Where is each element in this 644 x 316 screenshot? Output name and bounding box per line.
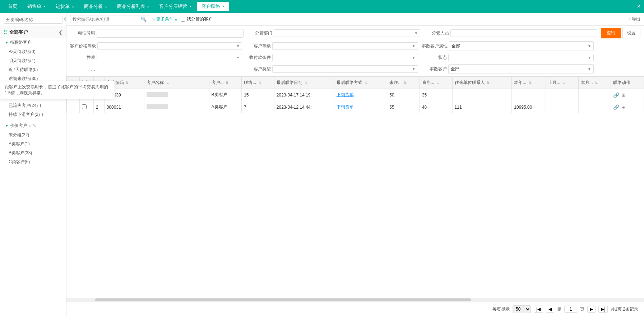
filter-price-select[interactable]: ▼ <box>97 42 242 50</box>
edit-value-group-icon[interactable]: ○ <box>29 124 31 128</box>
prev-page-btn[interactable]: ◀ <box>546 306 554 313</box>
sidebar-group-pending[interactable]: ▼ 待联络客户 <box>0 38 66 47</box>
next-page-btn[interactable]: ▶ <box>587 306 596 313</box>
close-analysis-icon[interactable]: × <box>105 5 107 9</box>
close-purchase-icon[interactable]: × <box>72 5 74 9</box>
sidebar-item-c-class[interactable]: C类客户(6) <box>0 157 66 166</box>
query-button[interactable]: 查询 <box>601 28 621 38</box>
action-grid-icon-2[interactable]: ⊞ <box>621 104 626 110</box>
close-customer-contact-icon[interactable]: × <box>222 5 224 9</box>
sidebar-item-unsorted[interactable]: 未分组(32) <box>0 131 66 140</box>
filter-dept-select[interactable]: ▼ <box>274 29 421 37</box>
cell-code-2: 000031 <box>104 101 144 113</box>
sort-type-icon[interactable]: ⇅ <box>226 81 228 85</box>
sort-contact-icon[interactable]: ⇅ <box>258 81 261 85</box>
sort-name-icon[interactable]: ⇅ <box>166 81 169 85</box>
action-grid-icon-1[interactable]: ⊞ <box>621 92 626 98</box>
tab-sales[interactable]: 销售单 × <box>23 2 50 11</box>
first-page-btn[interactable]: |◀ <box>534 306 543 313</box>
tab-analysis[interactable]: 商品分析 × <box>80 2 111 11</box>
add-value-group-icon[interactable]: ✎ <box>33 123 36 128</box>
sort-last-method-icon[interactable]: ⇅ <box>364 81 367 85</box>
filter-retail-attr-select[interactable]: 全部 ▼ <box>449 41 594 51</box>
sort-last-date-icon[interactable]: ⇅ <box>304 81 307 85</box>
sidebar-item-today[interactable]: 今天待联络(0) <box>0 47 66 56</box>
last-page-btn[interactable]: ▶| <box>598 306 608 313</box>
sort-code-icon[interactable]: ⇅ <box>126 81 129 85</box>
sort-this-month-icon[interactable]: ⇅ <box>595 81 598 85</box>
filter-payment-select[interactable]: ▼ <box>272 54 418 61</box>
sidebar-item-declining[interactable]: 持续下滑客户(2) ℹ <box>0 110 66 119</box>
sidebar-search-input[interactable] <box>4 16 62 24</box>
sidebar-group-value[interactable]: ▼ 价值客户 ○ ✎ <box>0 121 66 131</box>
col-last-method[interactable]: 最后联络方式 ⇅ <box>334 77 387 89</box>
col-last-month[interactable]: 上月... ⇅ <box>546 77 578 89</box>
col-overdue[interactable]: 逾期... ⇅ <box>420 77 452 89</box>
filter-search-icon[interactable]: 🔍 <box>141 16 147 22</box>
filter-manager-select[interactable]: … <box>450 29 597 37</box>
cell-last-method-1[interactable]: 下销货单 <box>334 89 387 101</box>
scrollbar-thumb[interactable] <box>95 298 471 301</box>
filter-phone: 电话号码 <box>70 29 244 38</box>
tab-home[interactable]: 首页 <box>4 2 22 11</box>
sort-unpaid-icon[interactable]: ⇅ <box>404 81 407 85</box>
col-last-date[interactable]: 最后联络日期 ⇅ <box>274 77 334 89</box>
action-link-icon-2[interactable]: 🔗 <box>613 104 619 110</box>
filter-search-box: 🔍 <box>70 15 149 23</box>
row2-checkbox[interactable] <box>82 104 87 109</box>
tab-customer-contact[interactable]: 客户联络 × <box>197 2 229 11</box>
chevron-price-icon: ▼ <box>236 44 240 48</box>
horizontal-scrollbar[interactable] <box>66 298 644 302</box>
filter-phone-input[interactable] <box>97 29 244 38</box>
col-this-year[interactable]: 本年... ⇅ <box>512 77 546 89</box>
more-conditions-btn[interactable]: ▽ 更多条件 ▲ <box>152 16 178 22</box>
filter-cust-type-select[interactable]: ▼ <box>272 65 418 73</box>
filter-dots-label: … <box>70 67 95 72</box>
sidebar-search-icon[interactable]: 🔍 <box>64 17 66 22</box>
last-method-link-1[interactable]: 下销货单 <box>337 92 354 97</box>
sort-past-contact-icon[interactable]: ⇅ <box>487 81 490 85</box>
action-link-icon-1[interactable]: 🔗 <box>613 92 619 98</box>
col-type[interactable]: 客户... ⇅ <box>209 77 242 89</box>
tooltip-more-btn[interactable]: ... <box>46 90 50 95</box>
filter-search-input[interactable] <box>73 17 141 22</box>
col-this-month[interactable]: 本月... ⇅ <box>578 77 611 89</box>
filter-status-select[interactable]: ▼ <box>448 54 594 61</box>
sort-this-year-icon[interactable]: ⇅ <box>528 81 531 85</box>
filter-gender-select[interactable]: ▼ <box>97 54 242 61</box>
cell-last-method-2[interactable]: 下销货单 <box>334 101 387 113</box>
filter-retail-cust-select[interactable]: 全部 ▼ <box>448 64 594 74</box>
settings-button[interactable]: 设置 <box>622 28 640 38</box>
tab-customer-mgmt[interactable]: 客户分层经营 × <box>155 2 196 11</box>
sort-last-month-icon[interactable]: ⇅ <box>562 81 565 85</box>
info-icon-declining[interactable]: ℹ <box>42 113 43 117</box>
app-close-button[interactable]: × <box>637 3 640 10</box>
sidebar-item-b-class[interactable]: B类客户(33) <box>0 148 66 157</box>
collapse-sidebar-icon[interactable]: ❮ <box>59 30 62 35</box>
grid-icon: ⠿ <box>4 30 7 35</box>
col-name[interactable]: 客户名称 ⇅ <box>144 77 209 89</box>
col-contact[interactable]: 联络... ⇅ <box>242 77 274 89</box>
export-button[interactable]: ↑ 导出 <box>629 16 640 22</box>
close-customer-mgmt-icon[interactable]: × <box>189 5 191 9</box>
chevron-dept-icon: ▼ <box>414 31 418 35</box>
page-input[interactable] <box>564 306 577 313</box>
close-analysis-list-icon[interactable]: × <box>147 5 149 9</box>
col-unpaid[interactable]: 未联... ⇅ <box>387 77 420 89</box>
tab-purchase[interactable]: 进货单 × <box>51 2 78 11</box>
cell-checkbox-2[interactable] <box>80 101 94 113</box>
per-page-select[interactable]: 50 20 100 <box>513 305 531 313</box>
filter-cust-level-select[interactable]: ▼ <box>272 42 418 50</box>
sidebar-item-a-class[interactable]: A类客户(1) <box>0 140 66 148</box>
sort-overdue-icon[interactable]: ⇅ <box>436 81 439 85</box>
tab-analysis-list[interactable]: 商品分析列表 × <box>113 2 154 11</box>
close-sales-icon[interactable]: × <box>43 5 46 9</box>
my-customer-checkbox[interactable] <box>181 17 185 22</box>
sidebar-item-tomorrow[interactable]: 明天待联络(1) <box>0 56 66 65</box>
sidebar-item-lost[interactable]: 已流失客户(24) ℹ <box>0 101 66 110</box>
col-past-contact[interactable]: 往来单位联系人 ⇅ <box>452 77 512 89</box>
sidebar-item-near7[interactable]: 近7天待联络(0) <box>0 65 66 74</box>
last-method-link-2[interactable]: 下销货单 <box>337 104 354 109</box>
top-nav: 首页 销售单 × 进货单 × 商品分析 × 商品分析列表 × 客户分层经营 × … <box>0 0 644 13</box>
info-icon-lost2[interactable]: ℹ <box>40 104 41 108</box>
